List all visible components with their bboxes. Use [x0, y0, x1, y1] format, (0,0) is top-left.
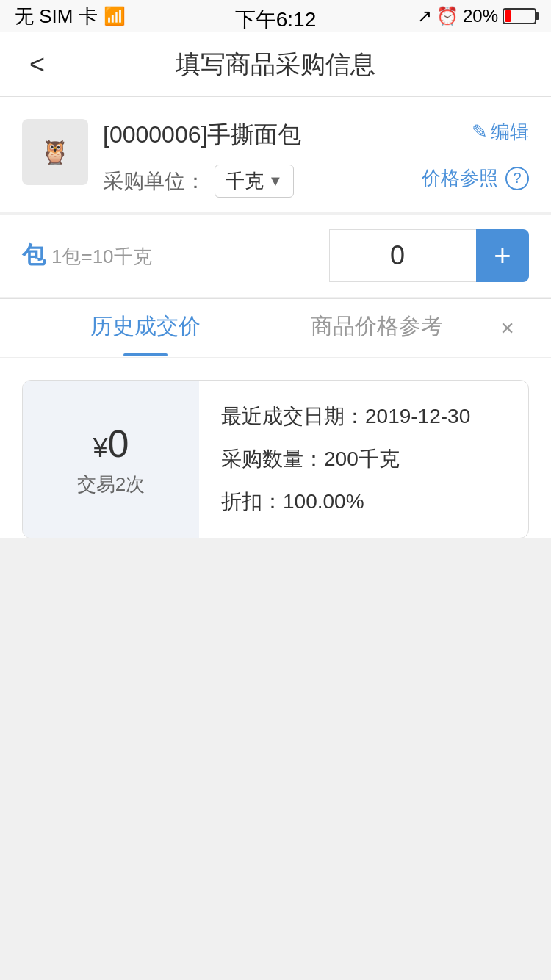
product-header: 🦉 [0000006]手撕面包 采购单位： 千克 ▼ ✎ 编辑 — [22, 119, 529, 198]
price-display: ¥0 — [93, 422, 129, 466]
product-card: 🦉 [0000006]手撕面包 采购单位： 千克 ▼ ✎ 编辑 — [0, 97, 551, 212]
trade-count: 交易2次 — [77, 472, 145, 497]
battery-icon — [503, 8, 536, 24]
alarm-icon: ⏰ — [436, 6, 458, 26]
purchase-quantity-value: 200千克 — [324, 447, 400, 470]
history-data-card: ¥0 交易2次 最近成交日期：2019-12-30 采购数量：200千克 折扣：… — [22, 380, 529, 538]
edit-button[interactable]: ✎ 编辑 — [472, 119, 529, 145]
unit-value: 千克 — [226, 168, 264, 194]
wifi-icon: 📶 — [104, 6, 126, 26]
quantity-input[interactable] — [329, 229, 476, 282]
edit-label: 编辑 — [491, 119, 529, 145]
package-icon: 包 — [22, 239, 46, 272]
status-right: ↗ ⏰ 20% — [417, 6, 536, 26]
recent-date-label: 最近成交日期： — [221, 405, 365, 428]
info-circle-icon: ? — [505, 167, 529, 190]
close-button[interactable]: × — [493, 307, 522, 349]
price-ref-button[interactable]: 价格参照 ? — [422, 165, 529, 191]
tab-price-reference[interactable]: 商品价格参考 — [262, 311, 494, 345]
back-button[interactable]: < — [22, 42, 52, 87]
price-value: 0 — [108, 422, 129, 465]
carrier-text: 无 SIM 卡 — [15, 4, 98, 29]
status-time: 下午6:12 — [235, 6, 317, 34]
product-thumbnail: 🦉 — [22, 119, 88, 185]
product-left: 🦉 [0000006]手撕面包 采购单位： 千克 ▼ — [22, 119, 301, 198]
purchase-quantity-label: 采购数量： — [221, 447, 324, 470]
tabs-header: 历史成交价 商品价格参考 × — [0, 299, 551, 358]
unit-conversion-text: 1包=10千克 — [51, 244, 152, 270]
tab-history-label: 历史成交价 — [90, 314, 201, 338]
location-icon: ↗ — [417, 6, 432, 26]
nav-bar: < 填写商品采购信息 — [0, 32, 551, 97]
product-actions: ✎ 编辑 价格参照 ? — [422, 119, 529, 191]
recent-date-value: 2019-12-30 — [365, 405, 470, 428]
quantity-row: 包 1包=10千克 + — [0, 214, 551, 297]
discount-label: 折扣： — [221, 490, 283, 513]
tab-history-price[interactable]: 历史成交价 — [29, 311, 262, 345]
battery-fill — [505, 10, 511, 22]
purchase-quantity-row: 采购数量：200千克 — [221, 444, 506, 475]
product-unit-row: 采购单位： 千克 ▼ — [103, 165, 301, 198]
currency-symbol: ¥ — [93, 433, 108, 463]
product-info: [0000006]手撕面包 采购单位： 千克 ▼ — [103, 119, 301, 198]
quantity-input-group: + — [329, 229, 529, 282]
status-left: 无 SIM 卡 📶 — [15, 4, 126, 29]
dropdown-arrow-icon: ▼ — [268, 173, 283, 190]
plus-icon: + — [494, 239, 511, 273]
quantity-plus-button[interactable]: + — [476, 229, 529, 282]
quantity-label: 包 1包=10千克 — [22, 239, 152, 272]
tabs-panel: 历史成交价 商品价格参考 × ¥0 交易2次 最近成交日期：2019-12-30… — [0, 298, 551, 538]
product-id: [0000006] — [103, 121, 207, 148]
edit-icon: ✎ — [472, 120, 488, 143]
unit-selector[interactable]: 千克 ▼ — [215, 165, 294, 198]
discount-row: 折扣：100.00% — [221, 486, 506, 517]
battery-percent: 20% — [463, 6, 498, 26]
price-details: 最近成交日期：2019-12-30 采购数量：200千克 折扣：100.00% — [199, 381, 528, 538]
unit-label: 采购单位： — [103, 167, 206, 195]
recent-date-row: 最近成交日期：2019-12-30 — [221, 401, 506, 432]
product-logo-icon: 🦉 — [40, 138, 70, 166]
product-title: 手撕面包 — [207, 121, 301, 148]
product-name: [0000006]手撕面包 — [103, 119, 301, 151]
tab-price-ref-label: 商品价格参考 — [311, 314, 443, 338]
price-summary: ¥0 交易2次 — [23, 381, 199, 538]
price-ref-label: 价格参照 — [422, 165, 498, 191]
page-title: 填写商品采购信息 — [176, 48, 375, 82]
status-bar: 无 SIM 卡 📶 下午6:12 ↗ ⏰ 20% — [0, 0, 551, 32]
discount-value: 100.00% — [283, 490, 364, 513]
